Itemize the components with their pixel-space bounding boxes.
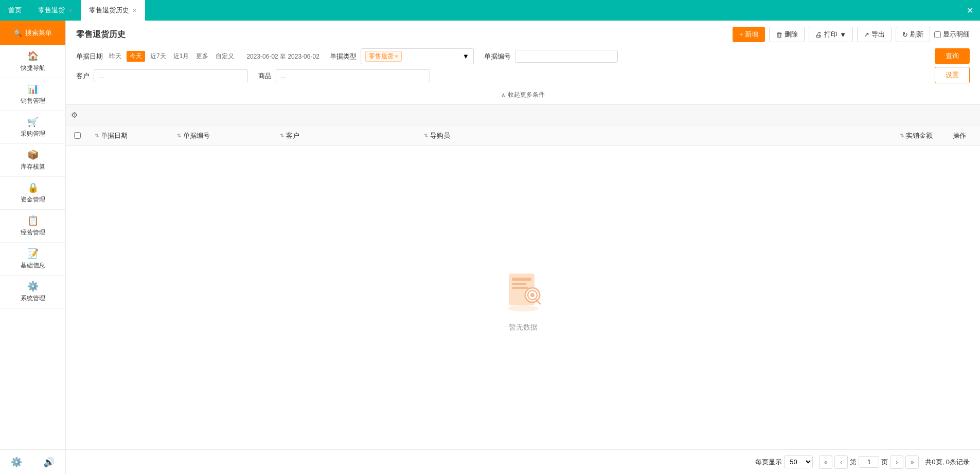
date-opt-7days[interactable]: 近7天 — [148, 51, 168, 62]
sidebar-item-quick-nav-label: 快捷导航 — [21, 64, 45, 72]
page-content: ⚙ ⇅ 单据日期 ⇅ 单据编号 ⇅ — [66, 105, 980, 474]
show-detail-input[interactable] — [934, 31, 941, 38]
goods-select[interactable]: ... — [276, 69, 430, 82]
doc-type-label: 单据类型 — [330, 52, 357, 61]
empty-text: 暂无数据 — [509, 323, 538, 332]
collapse-bar[interactable]: ∧ 收起更多条件 — [76, 87, 970, 104]
sidebar-item-purchase[interactable]: 🛒 采购管理 — [0, 111, 65, 144]
doc-type-select[interactable]: 零售退货 × ▼ — [361, 48, 474, 64]
date-opt-custom[interactable]: 自定义 — [213, 51, 236, 62]
svg-point-0 — [508, 305, 539, 312]
th-amount-label: 实销金额 — [906, 131, 933, 140]
th-customer[interactable]: ⇅ 客户 — [274, 131, 418, 140]
tab-retail-return[interactable]: 零售退货 ✕ — [30, 0, 81, 21]
page-unit: 页 — [881, 458, 888, 467]
set-button[interactable]: 设置 — [935, 67, 970, 83]
empty-illustration — [497, 263, 549, 317]
print-button[interactable]: 🖨 打印 ▼ — [809, 27, 853, 42]
tab-retail-return-label: 零售退货 — [38, 6, 65, 15]
query-button[interactable]: 查询 — [935, 48, 970, 64]
sidebar-item-operations[interactable]: 📋 经营管理 — [0, 210, 65, 243]
tab-retail-return-history-close[interactable]: ✕ — [132, 7, 137, 14]
th-date[interactable]: ⇅ 单据日期 — [88, 131, 171, 140]
date-opt-more[interactable]: 更多 — [194, 51, 210, 62]
doc-num-label: 单据编号 — [484, 52, 511, 61]
date-opt-yesterday[interactable]: 昨天 — [107, 51, 123, 62]
sidebar-item-system[interactable]: ⚙️ 系统管理 — [0, 276, 65, 308]
sidebar-search-label: 搜索菜单 — [25, 28, 52, 38]
customer-label: 客户 — [76, 71, 90, 81]
tab-retail-return-history[interactable]: 零售退货历史 ✕ — [81, 0, 145, 21]
th-doc-num-label: 单据编号 — [183, 131, 210, 140]
sidebar-item-sales[interactable]: 📊 销售管理 — [0, 78, 65, 111]
select-all-checkbox[interactable] — [74, 132, 81, 139]
th-guide-label: 导购员 — [430, 131, 450, 140]
sidebar-search[interactable]: 🔍 搜索菜单 — [0, 21, 65, 45]
doc-type-tag-text: 零售退货 — [369, 52, 394, 61]
refresh-button[interactable]: ↻ 刷新 — [896, 27, 930, 42]
last-page-button[interactable]: » — [905, 455, 919, 469]
filter-row-1: 单据日期 昨天 今天 近7天 近1月 更多 自定义 2023-06-02 至 2… — [76, 48, 970, 64]
date-opt-today[interactable]: 今天 — [127, 51, 145, 62]
new-button[interactable]: + 新增 — [733, 27, 765, 42]
doc-num-input[interactable] — [515, 50, 618, 63]
audio-bottom-icon[interactable]: 🔊 — [43, 457, 55, 468]
svg-rect-2 — [512, 278, 531, 281]
tab-retail-return-close[interactable]: ✕ — [68, 7, 73, 14]
filter-area: 单据日期 昨天 今天 近7天 近1月 更多 自定义 2023-06-02 至 2… — [76, 48, 970, 104]
date-filter-label: 单据日期 — [76, 52, 103, 61]
svg-rect-3 — [512, 283, 526, 285]
print-label: 打印 — [824, 30, 838, 39]
sidebar-item-inventory[interactable]: 📦 库存核算 — [0, 144, 65, 177]
th-amount[interactable]: ⇅ 实销金额 — [867, 131, 939, 140]
window-close-button[interactable]: ✕ — [959, 0, 980, 21]
page-input[interactable] — [859, 456, 879, 468]
doc-type-tag-close[interactable]: × — [395, 53, 398, 59]
export-label: 导出 — [871, 30, 885, 39]
sidebar-item-inventory-label: 库存核算 — [21, 162, 45, 171]
customer-select[interactable]: ... — [94, 69, 248, 82]
sort-customer-icon: ⇅ — [280, 133, 284, 138]
export-button[interactable]: ↗ 导出 — [857, 27, 892, 42]
date-opt-1month[interactable]: 近1月 — [171, 51, 191, 62]
sidebar-bottom: ⚙️ 🔊 — [0, 449, 65, 474]
content-area: 零售退货历史 + 新增 🗑 删除 🖨 打印 ▼ ↗ 导出 — [66, 21, 980, 474]
sidebar-item-quick-nav[interactable]: 🏠 快捷导航 — [0, 45, 65, 78]
sidebar-item-sales-label: 销售管理 — [21, 97, 45, 105]
show-detail-checkbox[interactable]: 显示明细 — [934, 30, 970, 39]
content-body: ⚙ ⇅ 单据日期 ⇅ 单据编号 ⇅ — [66, 105, 980, 449]
sort-date-icon: ⇅ — [95, 133, 99, 138]
filter-doc-num: 单据编号 — [484, 50, 618, 63]
page-label: 第 — [850, 458, 857, 467]
sidebar-item-operations-label: 经营管理 — [21, 228, 45, 237]
collapse-icon: ∧ — [501, 92, 506, 99]
first-page-button[interactable]: « — [819, 455, 832, 469]
show-detail-label: 显示明细 — [943, 30, 970, 39]
sidebar-item-finance[interactable]: 🔒 资金管理 — [0, 177, 65, 210]
system-icon: ⚙️ — [27, 281, 39, 292]
total-info: 共0页, 0条记录 — [925, 458, 970, 467]
home-icon: 🏠 — [27, 50, 39, 62]
table-body: 暂无数据 — [66, 146, 980, 449]
delete-button[interactable]: 🗑 删除 — [769, 27, 805, 42]
per-page-selector[interactable]: 10 20 50 100 — [784, 455, 813, 468]
operations-icon: 📋 — [27, 215, 39, 226]
settings-bottom-icon[interactable]: ⚙️ — [11, 457, 22, 468]
doc-type-dropdown-icon: ▼ — [462, 52, 469, 60]
th-guide[interactable]: ⇅ 导购员 — [418, 131, 867, 140]
sidebar-nav: 🏠 快捷导航 📊 销售管理 🛒 采购管理 📦 库存核算 🔒 资金管理 📋 — [0, 45, 65, 449]
filter-customer: 客户 ... — [76, 69, 248, 82]
next-page-button[interactable]: › — [890, 455, 903, 469]
toolbar-buttons: + 新增 🗑 删除 🖨 打印 ▼ ↗ 导出 ↻ — [733, 27, 970, 42]
prev-page-button[interactable]: ‹ — [834, 455, 848, 469]
th-doc-num[interactable]: ⇅ 单据编号 — [171, 131, 274, 140]
sidebar-item-basic-info[interactable]: 📝 基础信息 — [0, 243, 65, 276]
filter-row-2: 客户 ... 商品 ... — [76, 69, 970, 82]
page-size-select: 每页显示 10 20 50 100 — [755, 455, 813, 468]
refresh-label: 刷新 — [910, 30, 923, 39]
table-settings-icon[interactable]: ⚙ — [71, 111, 78, 120]
customer-placeholder: ... — [98, 72, 104, 80]
tab-home[interactable]: 首页 — [0, 0, 30, 21]
sort-doc-num-icon: ⇅ — [177, 133, 181, 138]
top-bar: 首页 零售退货 ✕ 零售退货历史 ✕ ✕ — [0, 0, 980, 21]
